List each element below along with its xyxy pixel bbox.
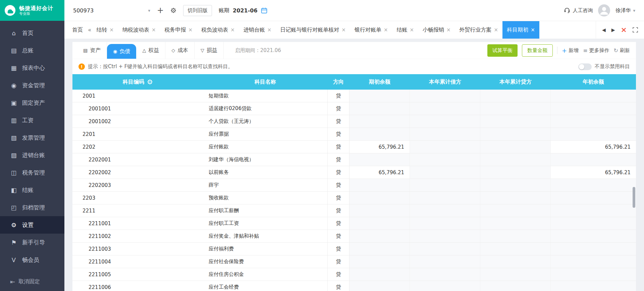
expand-icon[interactable] (633, 27, 638, 33)
table-row[interactable]: 2001短期借款贷 (72, 90, 636, 102)
cell-opening-balance[interactable] (350, 90, 410, 102)
cell-ytd-debit[interactable] (410, 115, 480, 128)
cell-opening-balance[interactable] (350, 230, 410, 242)
cell-ytd-debit[interactable] (410, 281, 480, 291)
cell-direction[interactable]: 贷 (327, 141, 350, 153)
cell-opening-balance[interactable] (350, 179, 410, 191)
table-row[interactable]: 2211004应付社会保险费贷 (72, 255, 636, 268)
table-row[interactable]: 2001001适居建行0206贷款贷 (72, 102, 636, 115)
table-row[interactable]: 2202001刘建华（海信电视）贷 (72, 153, 636, 166)
tab-carryover[interactable]: 结转× (92, 21, 118, 39)
cell-account-name[interactable]: 应付奖金、津贴和补贴 (203, 230, 327, 242)
cell-ytd-credit[interactable] (480, 102, 551, 115)
cell-account-code[interactable]: 2203 (72, 192, 203, 204)
cell-ytd-credit[interactable] (480, 166, 551, 179)
cell-ytd-credit[interactable] (480, 281, 551, 291)
cell-account-name[interactable]: 应付票据 (203, 128, 327, 140)
category-tab-asset[interactable]: ▤资产 (77, 42, 107, 59)
cell-opening-balance[interactable] (350, 192, 410, 204)
cell-account-name[interactable]: 应付福利费 (203, 243, 327, 255)
tab-close-icon[interactable]: × (267, 28, 272, 33)
cell-account-code[interactable]: 2001 (72, 90, 203, 102)
cell-ytd-debit[interactable] (410, 153, 480, 166)
cell-direction[interactable]: 贷 (327, 204, 350, 217)
tab-tax-declaration[interactable]: 税务申报× (160, 21, 197, 39)
cell-year-opening-balance[interactable]: 65,796.21 (551, 166, 636, 179)
cell-ytd-credit[interactable] (480, 255, 551, 268)
user-avatar[interactable] (598, 4, 610, 16)
cell-year-opening-balance[interactable] (551, 255, 636, 268)
cell-direction[interactable]: 贷 (327, 102, 350, 115)
sidebar-unpin-button[interactable]: ⇤ 取消固定 (0, 272, 64, 291)
cell-ytd-debit[interactable] (410, 268, 480, 281)
cell-year-opening-balance[interactable] (551, 268, 636, 281)
cell-account-code[interactable]: 2211006 (72, 281, 203, 291)
hide-disabled-accounts-toggle[interactable] (578, 63, 592, 70)
cell-direction[interactable]: 贷 (327, 90, 350, 102)
cell-account-name[interactable]: 应付住房公积金 (203, 268, 327, 281)
table-row[interactable]: 2201应付票据贷 (72, 128, 636, 141)
sidebar-item-invoice[interactable]: ▧发票管理 (0, 129, 64, 146)
cell-account-code[interactable]: 2201 (72, 128, 203, 140)
cell-account-name[interactable]: 个人贷款（王元涛） (203, 115, 327, 128)
cell-account-code[interactable]: 2001001 (72, 102, 203, 115)
cell-direction[interactable]: 贷 (327, 153, 350, 166)
tab-purchase-sale-ledger[interactable]: 进销台账× (239, 21, 276, 39)
cell-ytd-debit[interactable] (410, 90, 480, 102)
table-row[interactable]: 2202003薛宇贷 (72, 179, 636, 192)
cell-ytd-debit[interactable] (410, 243, 480, 255)
cell-direction[interactable]: 贷 (327, 179, 350, 191)
cell-account-code[interactable]: 2211005 (72, 268, 203, 281)
cell-ytd-credit[interactable] (480, 217, 551, 230)
cell-ytd-debit[interactable] (410, 192, 480, 204)
tab-close-icon[interactable]: × (230, 28, 235, 33)
cell-ytd-credit[interactable] (480, 268, 551, 281)
cell-direction[interactable]: 贷 (327, 255, 350, 268)
cell-opening-balance[interactable]: 65,796.21 (350, 141, 410, 153)
cell-direction[interactable]: 贷 (327, 281, 350, 291)
tab-tax-burden-fluctuation[interactable]: 税负波动表× (197, 21, 239, 39)
cell-year-opening-balance[interactable]: 65,796.21 (551, 141, 636, 153)
cell-ytd-debit[interactable] (410, 217, 480, 230)
cell-account-name[interactable]: 以前账务 (203, 166, 327, 179)
tab-overflow-left-icon[interactable]: « (87, 21, 92, 39)
cell-ytd-debit[interactable] (410, 230, 480, 242)
cell-year-opening-balance[interactable] (551, 192, 636, 204)
tab-close-icon[interactable]: × (152, 28, 156, 33)
cell-ytd-debit[interactable] (410, 255, 480, 268)
gear-icon[interactable] (170, 7, 176, 13)
cell-ytd-credit[interactable] (480, 243, 551, 255)
quantity-amount-button[interactable]: 数量金额 (522, 44, 553, 57)
add-account-set-icon[interactable]: + (157, 6, 164, 14)
sidebar-item-fund-management[interactable]: ◉资金管理 (0, 77, 64, 94)
cell-direction[interactable]: 贷 (327, 128, 350, 140)
table-row[interactable]: 2202002以前账务贷65,796.2165,796.21 (72, 166, 636, 179)
trial-balance-button[interactable]: 试算平衡 (487, 44, 518, 57)
vertical-scrollbar[interactable] (633, 187, 635, 208)
sidebar-item-fixed-assets[interactable]: ▣固定资产 (0, 94, 64, 111)
cell-ytd-debit[interactable] (410, 102, 480, 115)
cell-direction[interactable]: 贷 (327, 166, 350, 179)
cell-account-name[interactable]: 预收账款 (203, 192, 327, 204)
cell-ytd-debit[interactable] (410, 179, 480, 191)
tab-close-icon[interactable]: × (189, 28, 193, 33)
tab-home[interactable]: 首页 (68, 21, 87, 39)
manual-consult-button[interactable]: 人工咨询 (564, 7, 593, 14)
cell-ytd-credit[interactable] (480, 179, 551, 191)
cell-account-code[interactable]: 2211 (72, 204, 203, 217)
cell-opening-balance[interactable] (350, 102, 410, 115)
tab-bank-statement[interactable]: 银行对账单× (350, 21, 392, 39)
calendar-icon[interactable] (261, 7, 267, 14)
tabs-prev-icon[interactable]: ◀ (602, 27, 606, 33)
sidebar-item-report-center[interactable]: ▦报表中心 (0, 59, 64, 77)
cell-account-code[interactable]: 2211001 (72, 217, 203, 230)
cell-opening-balance[interactable] (350, 243, 410, 255)
cell-ytd-credit[interactable] (480, 128, 551, 140)
cell-ytd-debit[interactable] (410, 204, 480, 217)
sidebar-item-general-ledger[interactable]: ▤总账 (0, 42, 64, 59)
cell-opening-balance[interactable]: 65,796.21 (350, 166, 410, 179)
cell-account-name[interactable]: 应付账款 (203, 141, 327, 153)
cell-account-name[interactable]: 应付职工薪酬 (203, 204, 327, 217)
tab-close-icon[interactable]: × (494, 28, 498, 33)
cell-year-opening-balance[interactable] (551, 128, 636, 140)
